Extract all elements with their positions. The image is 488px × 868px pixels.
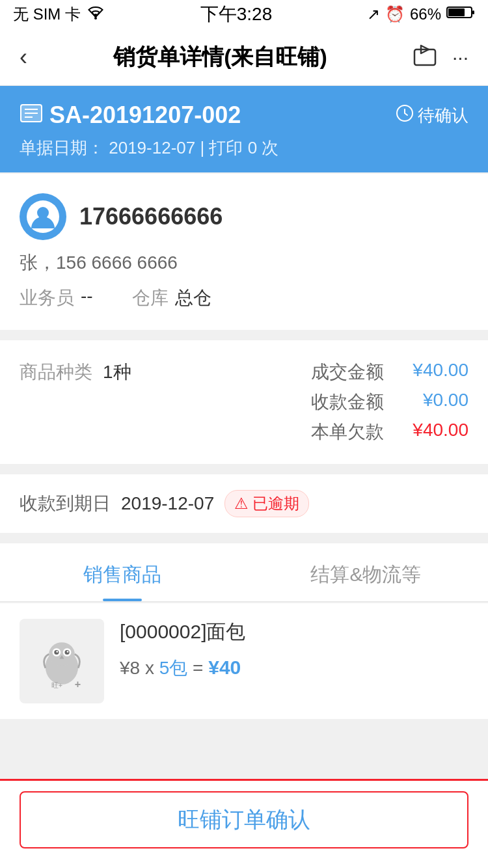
nav-actions: ··· [413,43,468,71]
nav-bar: ‹ 销货单详情(来自旺铺) ··· [0,29,488,86]
received-label: 收款金额 [311,390,384,414]
clock-icon [396,104,414,127]
status-bar-time: 下午3:28 [200,2,273,27]
amount-value: ¥40.00 [397,360,468,385]
order-icon [20,102,43,129]
salesperson-label: 业务员 [20,286,74,310]
status-bar-left: 无 SIM 卡 [13,4,105,25]
due-date-value: 2019-12-07 [121,493,214,514]
customer-card: 17666666666 张，156 6666 6666 业务员 -- 仓库 总仓 [0,174,488,330]
tab-settlement[interactable]: 结算&物流等 [244,543,488,601]
status-bar: 无 SIM 卡 下午3:28 ↗ ⏰ 66% [0,0,488,29]
svg-point-13 [49,642,75,666]
status-bar-right: ↗ ⏰ 66% [367,5,475,23]
salesperson-value: -- [81,286,93,310]
warning-icon: ⚠ [234,495,249,513]
location-icon: ↗ [367,5,380,23]
battery-label: 66% [410,5,441,23]
overdue-badge: ⚠ 已逾期 [224,490,309,517]
svg-text:+: + [75,678,81,690]
product-name: [0000002]面包 [120,619,468,645]
due-label: 收款到期日 [20,491,111,516]
amounts: 成交金额 ¥40.00 收款金额 ¥0.00 本单欠款 ¥40.00 [311,360,468,444]
more-icon[interactable]: ··· [452,46,468,68]
bottom-bar: 旺铺订单确认 [0,779,488,868]
tabs: 销售商品 结算&物流等 [0,543,488,602]
product-info: [0000002]面包 ¥8 x 5包 = ¥40 [120,619,468,681]
customer-meta: 业务员 -- 仓库 总仓 [20,286,468,310]
summary-card: 商品种类 1种 成交金额 ¥40.00 收款金额 ¥0.00 本单欠款 ¥40.… [0,340,488,464]
svg-point-19 [67,651,69,653]
wifi-icon [86,5,105,23]
svg-point-18 [56,651,58,653]
alarm-icon: ⏰ [385,5,405,23]
received-value: ¥0.00 [397,390,468,414]
order-header: SA-20191207-002 待确认 单据日期： 2019-12-07 | 打… [0,86,488,172]
page-title: 销货单详情(来自旺铺) [113,42,327,72]
customer-name: 张，156 6666 6666 [20,251,468,275]
order-date: 单据日期： 2019-12-07 | 打印 0 次 [20,137,468,159]
order-number: SA-20191207-002 [20,102,241,129]
product-type: 商品种类 1种 [20,360,311,385]
amount-label: 成交金额 [311,360,384,385]
warehouse-value: 总仓 [175,286,211,310]
customer-phone[interactable]: 17666666666 [79,203,223,230]
back-button[interactable]: ‹ [20,44,27,71]
avatar [20,193,66,240]
svg-point-0 [94,17,97,20]
svg-rect-3 [472,10,474,14]
tab-sales[interactable]: 销售商品 [0,543,244,601]
product-thumbnail: + 旺+ [20,619,104,703]
share-icon[interactable] [413,43,437,71]
balance-label: 本单欠款 [311,420,384,444]
warehouse-label: 仓库 [132,286,169,310]
product-price: ¥8 x 5包 = ¥40 [120,656,468,681]
product-card: + 旺+ [0000002]面包 ¥8 x 5包 = ¥40 [0,603,488,719]
svg-rect-2 [448,8,465,16]
battery-icon [446,5,475,23]
confirm-order-button[interactable]: 旺铺订单确认 [20,791,468,848]
balance-value: ¥40.00 [397,420,468,444]
carrier-label: 无 SIM 卡 [13,4,81,25]
due-date-card: 收款到期日 2019-12-07 ⚠ 已逾期 [0,474,488,533]
order-status: 待确认 [396,104,468,127]
svg-text:旺+: 旺+ [51,681,62,689]
